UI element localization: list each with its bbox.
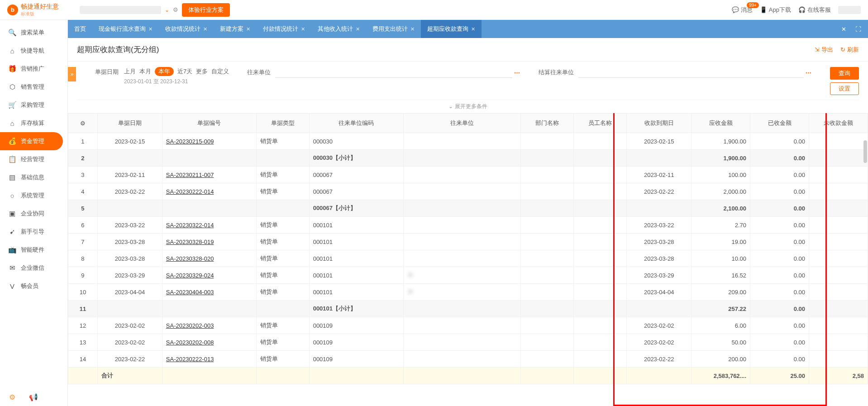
message-button[interactable]: 💬 消息 99+ (732, 6, 753, 14)
gear-icon[interactable]: ⚙ (80, 120, 86, 127)
expand-more-button[interactable]: ⌄ 展开更多条件 (77, 100, 859, 113)
search-button[interactable]: 查询 (830, 67, 859, 80)
sidebar-item-funds[interactable]: 💰资金管理 (0, 132, 63, 150)
doc-link[interactable]: SA-20230222-014 (166, 188, 214, 195)
collapse-filter-button[interactable]: » (68, 67, 76, 81)
gear-icon[interactable]: ⚙ (173, 6, 178, 13)
table-row[interactable]: 3 2023-02-11 SA-20230211-007 销货单 000067 … (68, 167, 868, 183)
sidebar-item-quick-nav[interactable]: ⌂快捷导航 (0, 42, 67, 60)
table-row[interactable]: 13 2023-02-02 SA-20230202-008 销货单 000109… (68, 334, 868, 351)
table-header-cell[interactable]: 往来单位 (403, 114, 521, 133)
party-more-icon[interactable]: ⋯ (514, 69, 520, 76)
sidebar-item-operation[interactable]: 📋经营管理 (0, 150, 67, 168)
tab[interactable]: 收款情况统计✕ (159, 20, 214, 38)
online-service-button[interactable]: 🎧 在线客服 (798, 6, 831, 14)
table-row[interactable]: 6 2023-03-22 SA-20230322-014 销货单 000101 … (68, 217, 868, 234)
settle-party-input[interactable] (578, 67, 804, 78)
close-icon[interactable]: ✕ (203, 26, 207, 32)
table-header-cell[interactable]: 应收金额 (692, 114, 750, 133)
sidebar-item-vip[interactable]: V畅会员 (0, 277, 67, 295)
table-header-cell[interactable]: 单据日期 (97, 114, 162, 133)
fullscreen-button[interactable]: ⛶ (852, 23, 864, 35)
settle-more-icon[interactable]: ⋯ (806, 69, 812, 76)
sidebar-item-hardware[interactable]: 📺智能硬件 (0, 241, 67, 259)
close-icon[interactable]: ✕ (410, 26, 415, 32)
sidebar-item-marketing[interactable]: 🎁营销推广 (0, 60, 67, 78)
chevron-down-icon[interactable]: ⌄ (165, 7, 169, 13)
date-shortcut[interactable]: 近7天 (177, 67, 192, 76)
doc-link[interactable]: SA-20230328-020 (166, 255, 214, 262)
tab-label: 新建方案 (220, 25, 243, 33)
close-icon[interactable]: ✕ (356, 26, 360, 32)
sidebar-item-wechat[interactable]: ✉企业微信 (0, 259, 67, 277)
table-header-cell[interactable]: 单据类型 (256, 114, 309, 133)
date-shortcut[interactable]: 本月 (139, 67, 151, 76)
tab[interactable]: 首页 (68, 20, 92, 38)
table-row[interactable]: 12 2023-02-02 SA-20230202-003 销货单 000109… (68, 317, 868, 334)
table-header-cell[interactable]: 往来单位编码 (309, 114, 403, 133)
app-download-button[interactable]: 📱 App下载 (760, 6, 791, 14)
close-all-tabs-button[interactable]: ✕ (837, 23, 850, 35)
sidebar-item-label: 资金管理 (21, 137, 44, 145)
date-shortcut[interactable]: 上月 (124, 67, 136, 76)
avatar[interactable] (838, 6, 861, 14)
sidebar-item-search-menu[interactable]: 🔍搜索菜单 (0, 24, 67, 42)
filter-settings-button[interactable]: 设置 (830, 82, 859, 95)
table-row[interactable]: 10 2023-04-04 SA-20230404-003 销货单 000101… (68, 284, 868, 301)
table-header-cell[interactable]: 单据编号 (162, 114, 256, 133)
table-header-cell[interactable]: 员工名称 (574, 114, 627, 133)
table-row[interactable]: 8 2023-03-28 SA-20230328-020 销货单 000101 … (68, 250, 868, 267)
table-header-cell[interactable]: ⚙ (68, 114, 98, 133)
table-header-cell[interactable]: 部门名称 (521, 114, 574, 133)
close-icon[interactable]: ✕ (471, 26, 475, 32)
sidebar-item-sales[interactable]: ⬡销售管理 (0, 78, 67, 96)
date-shortcut[interactable]: 自定义 (211, 67, 229, 76)
table-header-cell[interactable]: 收款到期日 (627, 114, 692, 133)
sidebar-item-system[interactable]: ○系统管理 (0, 186, 67, 205)
table-header-cell[interactable]: 未收款金额 (809, 114, 868, 133)
doc-link[interactable]: SA-20230328-019 (166, 239, 214, 245)
table-row[interactable]: 5 000067【小计】 2,100.00 0.00 (68, 200, 868, 217)
doc-link[interactable]: SA-20230202-003 (166, 322, 214, 329)
guide-icon: ➹ (8, 228, 16, 236)
export-button[interactable]: ⇲ 导出 (815, 46, 833, 54)
experience-button[interactable]: 体验行业方案 (182, 3, 230, 17)
sound-icon[interactable]: 📢 (29, 393, 38, 401)
tab[interactable]: 超期应收款查询✕ (421, 20, 482, 38)
sidebar-item-enterprise[interactable]: ▣企业协同 (0, 205, 67, 223)
close-icon[interactable]: ✕ (148, 26, 153, 32)
refresh-icon: ↻ (840, 46, 845, 53)
close-icon[interactable]: ✕ (246, 26, 250, 32)
tab[interactable]: 现金银行流水查询✕ (92, 20, 159, 38)
tab[interactable]: 费用支出统计✕ (366, 20, 421, 38)
doc-link[interactable]: SA-20230215-009 (166, 138, 214, 145)
sidebar-item-purchase[interactable]: 🛒采购管理 (0, 96, 67, 114)
refresh-button[interactable]: ↻ 刷新 (840, 46, 859, 54)
doc-link[interactable]: SA-20230404-003 (166, 289, 214, 296)
table-header-cell[interactable]: 已收金额 (750, 114, 809, 133)
date-shortcut[interactable]: 更多 (196, 67, 208, 76)
tab[interactable]: 其他收入统计✕ (311, 20, 366, 38)
table-row[interactable]: 11 000101【小计】 257.22 0.00 (68, 301, 868, 317)
tab[interactable]: 付款情况统计✕ (257, 20, 311, 38)
sidebar-item-guide[interactable]: ➹新手引导 (0, 223, 67, 241)
doc-link[interactable]: SA-20230202-008 (166, 339, 214, 346)
party-input[interactable] (275, 67, 512, 78)
doc-link[interactable]: SA-20230211-007 (166, 172, 214, 178)
date-shortcut[interactable]: 本年 (155, 67, 174, 76)
sidebar-item-base-info[interactable]: ▤基础信息 (0, 168, 67, 186)
tab[interactable]: 新建方案✕ (214, 20, 257, 38)
table-row[interactable]: 2 000030【小计】 1,900.00 0.00 (68, 150, 868, 167)
close-icon[interactable]: ✕ (301, 26, 305, 32)
table-row[interactable]: 7 2023-03-28 SA-20230328-019 销货单 000101 … (68, 234, 868, 250)
settings-gear-icon[interactable]: ⚙ (9, 393, 15, 401)
doc-link[interactable]: SA-20230222-013 (166, 356, 214, 363)
sidebar-item-inventory[interactable]: ⌂库存核算 (0, 114, 67, 132)
table-row[interactable]: 1 2023-02-15 SA-20230215-009 销货单 000030 … (68, 133, 868, 150)
doc-link[interactable]: SA-20230329-024 (166, 272, 214, 279)
doc-link[interactable]: SA-20230322-014 (166, 222, 214, 229)
table-row[interactable]: 14 2023-02-22 SA-20230222-013 销货单 000109… (68, 351, 868, 368)
scrollbar[interactable] (863, 140, 867, 163)
table-row[interactable]: 9 2023-03-29 SA-20230329-024 销货单 000101 … (68, 267, 868, 284)
table-row[interactable]: 4 2023-02-22 SA-20230222-014 销货单 000067 … (68, 183, 868, 200)
